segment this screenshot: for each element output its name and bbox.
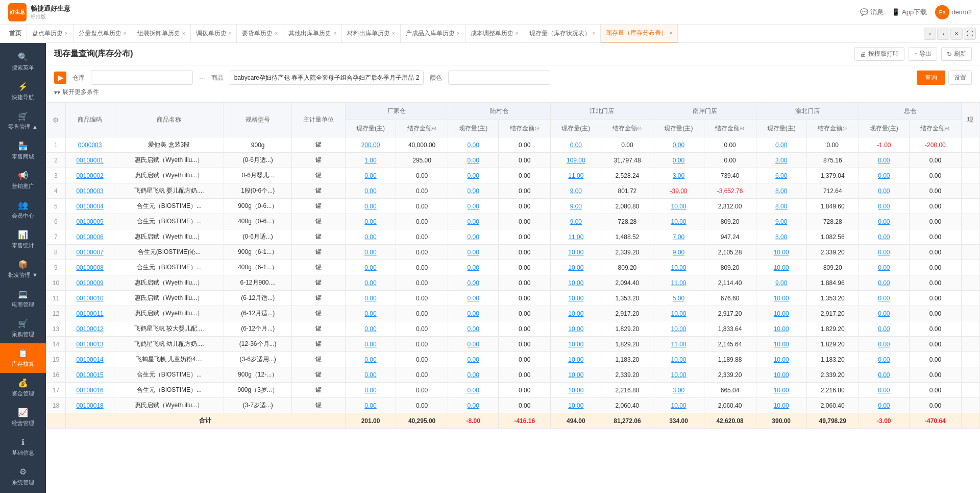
product-code[interactable]: 00100004 (65, 199, 114, 214)
y-qty[interactable]: 10.00 (756, 398, 806, 413)
j-qty[interactable]: 10.00 (551, 337, 601, 352)
product-code[interactable]: 0000003 (65, 137, 114, 153)
j-qty[interactable]: 11.00 (551, 168, 601, 183)
total-qty[interactable]: 0.00 (859, 321, 909, 337)
total-qty[interactable]: 0.00 (859, 229, 909, 245)
y-qty[interactable]: 0.00 (756, 137, 806, 153)
total-qty[interactable]: 0.00 (859, 245, 909, 260)
close-icon[interactable]: × (182, 31, 185, 36)
y-qty[interactable]: 9.00 (756, 275, 806, 291)
f-qty[interactable]: 0.00 (345, 199, 396, 214)
tab-fenpandian[interactable]: 分量盘点单历史 × (74, 25, 132, 43)
sidebar-item-ecom[interactable]: 💻 电商管理 (0, 284, 46, 314)
message-btn[interactable]: 💬 消息 (860, 8, 884, 17)
l-qty[interactable]: 0.00 (448, 275, 499, 291)
j-qty[interactable]: 10.00 (551, 260, 601, 275)
nav-next-btn[interactable]: › (937, 28, 949, 40)
product-code[interactable]: 00100011 (65, 306, 114, 321)
sidebar-item-retail[interactable]: 🛒 零售管理 ▲ (0, 106, 46, 136)
tab-diaobo[interactable]: 调拨单历史 × (191, 25, 237, 43)
total-qty[interactable]: 0.00 (859, 291, 909, 306)
sidebar-item-member[interactable]: 👥 会员中心 (0, 195, 46, 225)
total-qty[interactable]: -1.00 (859, 137, 909, 153)
total-qty[interactable]: 0.00 (859, 260, 909, 275)
total-qty[interactable]: 0.00 (859, 168, 909, 183)
total-qty[interactable]: 0.00 (859, 306, 909, 321)
close-icon[interactable]: × (275, 31, 278, 36)
f-qty[interactable]: 0.00 (345, 337, 396, 352)
product-code[interactable]: 00100012 (65, 321, 114, 337)
product-code[interactable]: 00100014 (65, 352, 114, 367)
close-icon[interactable]: × (516, 31, 519, 36)
product-input[interactable] (230, 71, 424, 85)
total-qty[interactable]: 0.00 (859, 275, 909, 291)
f-qty[interactable]: 0.00 (345, 214, 396, 229)
f-qty[interactable]: 0.00 (345, 168, 396, 183)
sidebar-item-marketing[interactable]: 📢 营销推广 (0, 166, 46, 195)
color-input[interactable] (448, 71, 550, 85)
y-qty[interactable]: 10.00 (756, 367, 806, 383)
expand-more[interactable]: ▾▾ 展开更多条件 (54, 88, 972, 97)
close-icon[interactable]: × (669, 30, 672, 36)
sidebar-item-shop[interactable]: 🏪 零售商城 (0, 136, 46, 166)
n-qty[interactable]: 11.00 (653, 337, 704, 352)
close-icon[interactable]: × (392, 31, 395, 36)
close-icon[interactable]: × (124, 31, 127, 36)
sidebar-item-wholesale[interactable]: 📦 批发管理 ▼ (0, 254, 46, 284)
sidebar-item-inventory[interactable]: 📋 库存核算 (0, 343, 46, 373)
tab-cailiaochuku[interactable]: 材料出库单历史 × (342, 25, 401, 43)
total-qty[interactable]: 0.00 (859, 199, 909, 214)
sidebar-item-nav[interactable]: ⚡ 快捷导航 (0, 77, 46, 106)
j-qty[interactable]: 9.00 (551, 183, 601, 199)
l-qty[interactable]: 0.00 (448, 168, 499, 183)
warehouse-input[interactable] (91, 71, 193, 85)
n-qty[interactable]: 0.00 (653, 153, 704, 168)
product-code[interactable]: 00100018 (65, 398, 114, 413)
tab-qitachuku[interactable]: 其他出库单历史 × (283, 25, 342, 43)
total-qty[interactable]: 0.00 (859, 383, 909, 398)
y-qty[interactable]: 3.00 (756, 153, 806, 168)
j-qty[interactable]: 10.00 (551, 306, 601, 321)
close-icon[interactable]: × (457, 31, 460, 36)
f-qty[interactable]: 200.00 (345, 137, 396, 153)
sidebar-item-finance[interactable]: 💰 资金管理 (0, 373, 46, 403)
nav-expand-btn[interactable]: ⛶ (964, 28, 976, 40)
product-code[interactable]: 00100013 (65, 337, 114, 352)
tab-home[interactable]: 首页 (4, 25, 27, 43)
tab-zuzhuang[interactable]: 组装拆卸单历史 × (132, 25, 191, 43)
n-qty[interactable]: 10.00 (653, 199, 704, 214)
tab-chanpinruku[interactable]: 产成品入库单历史 × (401, 25, 465, 43)
j-qty[interactable]: 9.00 (551, 199, 601, 214)
f-qty[interactable]: 0.00 (345, 260, 396, 275)
y-qty[interactable]: 10.00 (756, 383, 806, 398)
f-qty[interactable]: 0.00 (345, 383, 396, 398)
y-qty[interactable]: 10.00 (756, 260, 806, 275)
close-icon[interactable]: × (333, 31, 336, 36)
n-qty[interactable]: 10.00 (653, 321, 704, 337)
f-qty[interactable]: 0.00 (345, 229, 396, 245)
product-code[interactable]: 00100015 (65, 367, 114, 383)
close-icon[interactable]: × (229, 31, 232, 36)
l-qty[interactable]: 0.00 (448, 260, 499, 275)
tab-pandian[interactable]: 盘点单历史 × (27, 25, 74, 43)
f-qty[interactable]: 0.00 (345, 183, 396, 199)
product-code[interactable]: 00100016 (65, 383, 114, 398)
l-qty[interactable]: 0.00 (448, 229, 499, 245)
close-icon[interactable]: × (65, 31, 68, 36)
f-qty[interactable]: 0.00 (345, 245, 396, 260)
l-qty[interactable]: 0.00 (448, 398, 499, 413)
y-qty[interactable]: 10.00 (756, 321, 806, 337)
sidebar-item-stats[interactable]: 📊 零售统计 (0, 225, 46, 254)
n-qty[interactable]: 11.00 (653, 275, 704, 291)
y-qty[interactable]: 10.00 (756, 352, 806, 367)
nav-prev-btn[interactable]: ‹ (924, 28, 936, 40)
tab-yaohuo[interactable]: 要货单历史 × (237, 25, 283, 43)
product-code[interactable]: 00100007 (65, 245, 114, 260)
th-settings[interactable]: ⚙ (46, 103, 66, 137)
tab-xiancunliang1[interactable]: 现存量（库存状况表） × (524, 25, 601, 43)
total-qty[interactable]: 0.00 (859, 367, 909, 383)
l-qty[interactable]: 0.00 (448, 383, 499, 398)
print-btn[interactable]: 🖨 按模版打印 (854, 47, 904, 61)
settings-icon[interactable]: ⚙ (53, 116, 59, 124)
l-qty[interactable]: 0.00 (448, 214, 499, 229)
